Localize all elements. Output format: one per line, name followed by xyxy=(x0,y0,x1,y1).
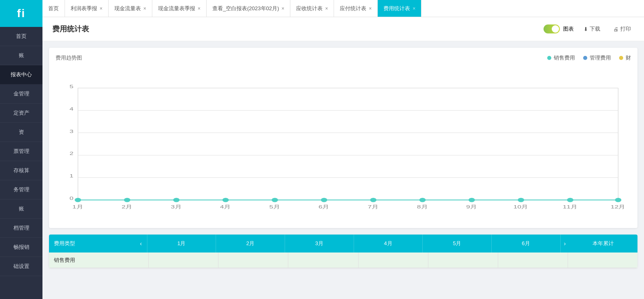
svg-text:4月: 4月 xyxy=(220,204,231,210)
chart-title: 费用趋势图 xyxy=(56,54,82,62)
svg-text:1: 1 xyxy=(69,173,74,179)
svg-text:0: 0 xyxy=(69,196,74,201)
svg-point-24 xyxy=(615,198,622,202)
td-m1 xyxy=(149,252,218,268)
svg-point-19 xyxy=(370,198,377,202)
sidebar-item-sales[interactable]: 畅报销 xyxy=(0,238,42,257)
svg-point-18 xyxy=(321,198,328,202)
tab-bar: 首页 利润表季报 × 现金流量表 × 现金流量表季报 × 查看_空白报表(202… xyxy=(42,0,644,17)
td-m2 xyxy=(218,252,288,268)
tab-expense[interactable]: 费用统计表 × xyxy=(378,0,421,17)
sidebar-item-investment[interactable]: 资 xyxy=(0,123,42,142)
td-m4 xyxy=(359,252,428,268)
svg-point-14 xyxy=(124,198,131,202)
tab-cashflow[interactable]: 现金流量表 × xyxy=(109,0,152,17)
tab-close-cashflow[interactable]: × xyxy=(143,6,146,11)
sidebar-item-home[interactable]: 首页 xyxy=(0,27,42,46)
legend-finance: 财 xyxy=(619,54,631,62)
th-m2: 2月 xyxy=(216,235,285,252)
td-m6 xyxy=(498,252,568,268)
sidebar-item-fixed-assets[interactable]: 定资产 xyxy=(0,104,42,123)
header-actions: 图表 ⬇ 下载 🖨 打印 xyxy=(544,24,634,34)
th-m1: 1月 xyxy=(147,235,216,252)
svg-text:12月: 12月 xyxy=(611,204,626,210)
legend-sales: 销售费用 xyxy=(547,54,575,62)
sidebar-item-service[interactable]: 务管理 xyxy=(0,180,42,199)
svg-text:1月: 1月 xyxy=(72,204,83,210)
th-m3: 3月 xyxy=(285,235,354,252)
tab-close-cashflow-quarter[interactable]: × xyxy=(198,6,201,11)
sidebar-item-inventory[interactable]: 存核算 xyxy=(0,161,42,180)
svg-point-16 xyxy=(223,198,229,202)
th-m4: 4月 xyxy=(354,235,423,252)
page-title: 费用统计表 xyxy=(52,24,89,34)
table-section: 费用类型 ‹ 1月 2月 3月 4月 5月 6月 › 本年累计 销售费用 xyxy=(49,235,637,268)
th-m5: 5月 xyxy=(423,235,492,252)
svg-text:10月: 10月 xyxy=(513,204,528,210)
chart-toggle-wrapper[interactable]: 图表 xyxy=(544,24,574,33)
sidebar-item-invoice[interactable]: 票管理 xyxy=(0,142,42,161)
svg-point-20 xyxy=(419,198,426,202)
svg-point-21 xyxy=(468,198,475,202)
tab-receivable[interactable]: 应收统计表 × xyxy=(290,0,334,17)
svg-text:11月: 11月 xyxy=(563,204,578,210)
legend-dot-finance xyxy=(619,56,623,60)
svg-text:2: 2 xyxy=(69,151,74,156)
tab-close-receivable[interactable]: × xyxy=(325,6,328,11)
tab-close-blank-report[interactable]: × xyxy=(281,6,284,11)
legend-admin: 管理费用 xyxy=(583,54,611,62)
table-row: 销售费用 xyxy=(49,252,637,268)
page-header: 费用统计表 图表 ⬇ 下载 🖨 打印 xyxy=(42,17,644,41)
svg-rect-12 xyxy=(78,88,618,200)
td-m3 xyxy=(288,252,358,268)
chart-toggle-label: 图表 xyxy=(563,25,574,33)
chart-svg: 0 1 2 3 4 5 xyxy=(56,66,631,221)
main-area: 首页 利润表季报 × 现金流量表 × 现金流量表季报 × 查看_空白报表(202… xyxy=(42,0,644,299)
svg-text:5: 5 xyxy=(69,84,74,89)
download-icon: ⬇ xyxy=(584,26,588,32)
td-ytd xyxy=(568,252,637,268)
legend-dot-admin xyxy=(583,56,587,60)
content-area: 费用统计表 图表 ⬇ 下载 🖨 打印 费用趋势图 xyxy=(42,17,644,299)
download-button[interactable]: ⬇ 下载 xyxy=(580,24,604,34)
th-ytd: 本年累计 xyxy=(569,235,637,252)
svg-text:5月: 5月 xyxy=(269,204,280,210)
svg-text:8月: 8月 xyxy=(417,204,428,210)
svg-point-13 xyxy=(75,198,81,202)
sidebar-item-ledger[interactable]: 账 xyxy=(0,46,42,65)
tab-profit[interactable]: 利润表季报 × xyxy=(65,0,109,17)
svg-text:2月: 2月 xyxy=(122,204,133,210)
tab-cashflow-quarter[interactable]: 现金流量表季报 × xyxy=(152,0,207,17)
tab-close-payable-stat[interactable]: × xyxy=(369,6,372,11)
chart-toggle[interactable] xyxy=(544,24,560,33)
tab-close-profit[interactable]: × xyxy=(100,6,103,11)
th-type-label: 费用类型 xyxy=(54,240,75,247)
tab-payable-stat[interactable]: 应付统计表 × xyxy=(334,0,378,17)
sidebar-item-payable[interactable]: 账 xyxy=(0,199,42,219)
sidebar-item-settings[interactable]: 础设置 xyxy=(0,257,42,276)
chart-section: 费用趋势图 销售费用 管理费用 财 xyxy=(49,48,637,228)
legend-label-finance: 财 xyxy=(626,54,631,62)
legend-label-admin: 管理费用 xyxy=(590,54,611,62)
svg-point-23 xyxy=(567,198,573,202)
print-label: 打印 xyxy=(620,25,631,33)
td-type: 销售费用 xyxy=(49,252,149,268)
sidebar-item-archive[interactable]: 档管理 xyxy=(0,219,42,238)
tab-close-expense[interactable]: × xyxy=(412,6,415,11)
next-months-button[interactable]: › xyxy=(561,240,569,247)
svg-text:9月: 9月 xyxy=(466,204,477,210)
svg-text:3: 3 xyxy=(69,128,74,134)
legend-dot-sales xyxy=(547,56,551,60)
sidebar-item-fund[interactable]: 金管理 xyxy=(0,84,42,104)
tab-blank-report[interactable]: 查看_空白报表(2023年02月) × xyxy=(207,0,290,17)
th-type: 费用类型 ‹ xyxy=(49,235,147,252)
print-button[interactable]: 🖨 打印 xyxy=(610,24,634,34)
chart-header: 费用趋势图 销售费用 管理费用 财 xyxy=(56,54,631,62)
sidebar-item-report[interactable]: 报表中心 xyxy=(0,65,42,84)
chart-container: 0 1 2 3 4 5 xyxy=(56,66,631,221)
td-m5 xyxy=(428,252,498,268)
prev-months-button[interactable]: ‹ xyxy=(140,240,142,247)
svg-text:6月: 6月 xyxy=(319,204,330,210)
table-header-row: 费用类型 ‹ 1月 2月 3月 4月 5月 6月 › 本年累计 xyxy=(49,235,637,252)
tab-home[interactable]: 首页 xyxy=(42,0,65,17)
